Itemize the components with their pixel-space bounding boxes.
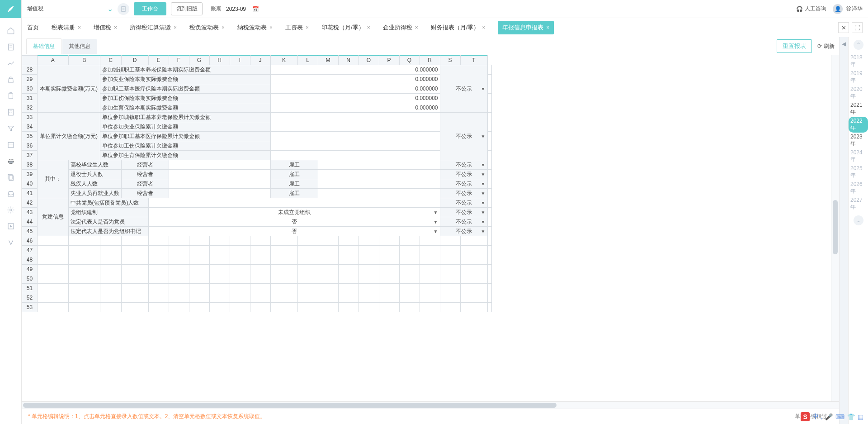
row-header-30[interactable]: 30 bbox=[22, 84, 38, 94]
cell[interactable] bbox=[420, 303, 440, 312]
nav-settings[interactable] bbox=[0, 202, 21, 218]
cell[interactable] bbox=[230, 284, 250, 293]
nav-funnel[interactable] bbox=[0, 120, 21, 137]
cell[interactable] bbox=[68, 246, 100, 255]
cell[interactable] bbox=[270, 284, 297, 293]
cell[interactable] bbox=[148, 265, 169, 274]
row-header-51[interactable]: 51 bbox=[22, 284, 38, 293]
cell[interactable] bbox=[359, 236, 379, 246]
cell[interactable] bbox=[399, 236, 420, 246]
nav-play[interactable] bbox=[0, 218, 21, 234]
cell[interactable] bbox=[230, 255, 250, 265]
row-header-44[interactable]: 44 bbox=[22, 217, 38, 227]
cell[interactable] bbox=[318, 255, 338, 265]
cell[interactable] bbox=[148, 255, 169, 265]
cell[interactable] bbox=[318, 265, 338, 274]
nav-calc[interactable] bbox=[0, 104, 21, 120]
cell[interactable] bbox=[270, 274, 297, 284]
cell[interactable] bbox=[440, 246, 460, 255]
tab-10[interactable]: 年报信息申报表× bbox=[498, 21, 554, 34]
cell[interactable] bbox=[487, 217, 491, 227]
cell[interactable] bbox=[379, 293, 399, 303]
cell[interactable] bbox=[189, 303, 209, 312]
row-header-47[interactable]: 47 bbox=[22, 246, 38, 255]
dropdown-cell[interactable]: 不公示▼ bbox=[440, 227, 487, 236]
cell[interactable] bbox=[209, 303, 230, 312]
cell[interactable] bbox=[487, 160, 491, 170]
cell[interactable]: 0.000000 bbox=[270, 65, 440, 75]
cell[interactable] bbox=[359, 293, 379, 303]
cell[interactable]: 雇工 bbox=[270, 170, 318, 179]
workbench-button[interactable]: 工作台 bbox=[134, 2, 166, 15]
cell[interactable] bbox=[297, 274, 318, 284]
nav-home[interactable] bbox=[0, 23, 21, 39]
cell[interactable] bbox=[189, 246, 209, 255]
cell[interactable] bbox=[169, 189, 270, 198]
cell[interactable] bbox=[148, 274, 169, 284]
cell[interactable] bbox=[359, 265, 379, 274]
cell[interactable]: 党组织建制 bbox=[68, 208, 148, 217]
tab-5[interactable]: 纳税波动表× bbox=[237, 24, 273, 32]
cell[interactable] bbox=[38, 274, 69, 284]
scroll-thumb[interactable] bbox=[23, 403, 557, 408]
cell[interactable] bbox=[487, 170, 491, 179]
cell[interactable] bbox=[440, 236, 460, 246]
cell[interactable] bbox=[440, 265, 460, 274]
row-header-36[interactable]: 36 bbox=[22, 141, 38, 151]
cell[interactable] bbox=[209, 284, 230, 293]
col-header-C[interactable]: C bbox=[100, 56, 121, 65]
cell[interactable] bbox=[318, 274, 338, 284]
cell[interactable]: 高校毕业生人数 bbox=[68, 160, 121, 170]
nav-chart[interactable] bbox=[0, 55, 21, 71]
cell[interactable]: 0.000000 bbox=[270, 94, 440, 103]
cell[interactable] bbox=[68, 303, 100, 312]
cell[interactable] bbox=[487, 284, 491, 293]
cell[interactable] bbox=[121, 246, 148, 255]
dropdown-cell[interactable]: 不公示▼ bbox=[440, 113, 487, 160]
cell[interactable] bbox=[487, 151, 491, 160]
col-header-H[interactable]: H bbox=[209, 56, 230, 65]
row-header-48[interactable]: 48 bbox=[22, 255, 38, 265]
cell[interactable] bbox=[460, 246, 487, 255]
cell[interactable] bbox=[209, 274, 230, 284]
cell[interactable] bbox=[399, 293, 420, 303]
dropdown-cell[interactable]: 不公示▼ bbox=[440, 189, 487, 198]
tab-1[interactable]: 税表清册× bbox=[52, 24, 81, 32]
dropdown-cell[interactable]: 不公示▼ bbox=[440, 65, 487, 113]
cell[interactable]: 退役士兵人数 bbox=[68, 170, 121, 179]
cell[interactable] bbox=[121, 274, 148, 284]
cell[interactable] bbox=[68, 255, 100, 265]
cell[interactable] bbox=[250, 303, 270, 312]
cell[interactable] bbox=[209, 236, 230, 246]
cell[interactable] bbox=[148, 246, 169, 255]
cell[interactable] bbox=[318, 236, 338, 246]
row-header-53[interactable]: 53 bbox=[22, 303, 38, 312]
cell[interactable] bbox=[270, 255, 297, 265]
cell[interactable] bbox=[487, 198, 491, 208]
cell[interactable] bbox=[487, 236, 491, 246]
cell[interactable]: 单位参加生育保险累计欠缴金额 bbox=[100, 151, 270, 160]
cell[interactable] bbox=[250, 293, 270, 303]
nav-copy[interactable] bbox=[0, 169, 21, 186]
cell[interactable] bbox=[318, 189, 440, 198]
cell[interactable] bbox=[209, 246, 230, 255]
close-icon[interactable]: × bbox=[222, 24, 225, 31]
dropdown-cell[interactable]: 不公示▼ bbox=[440, 217, 487, 227]
scroll-thumb[interactable] bbox=[833, 200, 838, 254]
cell[interactable] bbox=[270, 293, 297, 303]
year-2025年[interactable]: 2025年 bbox=[849, 164, 868, 180]
cell[interactable] bbox=[68, 265, 100, 274]
cell[interactable] bbox=[250, 255, 270, 265]
subtab-other[interactable]: 其他信息 bbox=[62, 39, 97, 54]
row-header-28[interactable]: 28 bbox=[22, 65, 38, 75]
cell[interactable]: 0.000000 bbox=[270, 75, 440, 84]
cell[interactable] bbox=[270, 151, 440, 160]
cell[interactable] bbox=[420, 236, 440, 246]
row-header-35[interactable]: 35 bbox=[22, 132, 38, 141]
col-header-R[interactable]: R bbox=[420, 56, 440, 65]
cell[interactable] bbox=[38, 255, 69, 265]
horizontal-scrollbar[interactable] bbox=[22, 401, 839, 409]
cell[interactable] bbox=[38, 236, 69, 246]
col-header-A[interactable]: A bbox=[38, 56, 69, 65]
row-header-40[interactable]: 40 bbox=[22, 179, 38, 189]
